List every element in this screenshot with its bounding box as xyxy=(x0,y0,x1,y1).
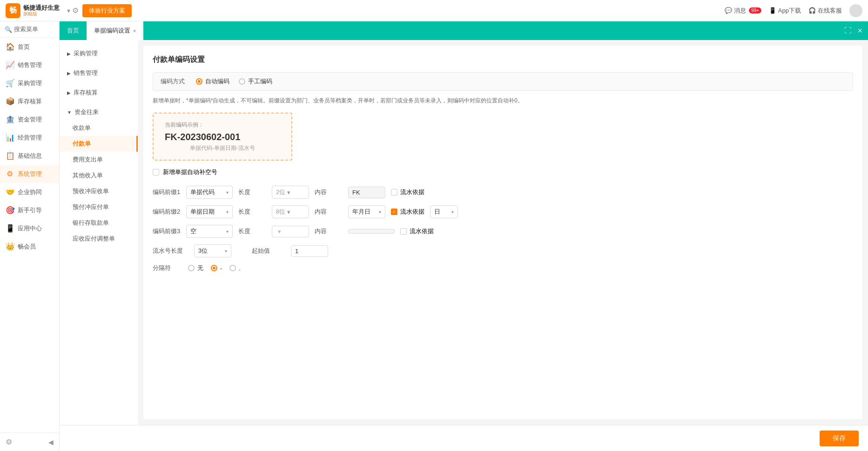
length3-select[interactable]: ▾ xyxy=(272,226,309,237)
download-item[interactable]: 📱 App下载 xyxy=(769,7,801,15)
menu-item-expense[interactable]: 费用支出单 xyxy=(60,152,138,168)
length3-label: 长度 xyxy=(238,227,266,236)
service-icon: 🎧 xyxy=(808,7,816,14)
sidebar-item-inventory[interactable]: 📦 库存核算 xyxy=(0,92,59,110)
length2-select[interactable]: 8位 ▾ xyxy=(272,205,309,218)
sidebar-label-member: 畅会员 xyxy=(18,242,36,251)
menu-item-receipt[interactable]: 收款单 xyxy=(60,120,138,136)
menu-item-bank-label: 银行存取款单 xyxy=(73,219,109,226)
logo-icon: 畅 xyxy=(6,3,20,18)
prefix3-select[interactable]: 空 ▾ xyxy=(186,225,233,238)
serial2-group: ✓ 流水依据 xyxy=(391,208,424,216)
footer-settings-icon[interactable]: ⚙ xyxy=(6,438,12,446)
tab-expand-icon[interactable]: ⛶ xyxy=(842,25,854,37)
menu-item-other-income[interactable]: 其他收入单 xyxy=(60,168,138,183)
enterprise-icon: 🤝 xyxy=(6,188,14,196)
nav-arrow-icon[interactable]: ▾ xyxy=(67,7,70,14)
serial3-checkbox[interactable] xyxy=(400,228,407,235)
arrow-down-icon: ▼ xyxy=(67,110,72,115)
prefix1-select[interactable]: 单据代码 ▾ xyxy=(186,186,233,199)
serial-length-select[interactable]: 3位 ▾ xyxy=(194,244,231,257)
sidebar-item-home[interactable]: 🏠 首页 xyxy=(0,38,59,56)
arrow-right-icon3: ▶ xyxy=(67,90,71,95)
start-value-label: 起始值 xyxy=(252,247,280,255)
user-avatar[interactable] xyxy=(849,4,862,17)
logo-text: 畅捷通好生意 旗舰版 xyxy=(23,4,60,17)
sidebar-item-enterprise[interactable]: 🤝 企业协同 xyxy=(0,183,59,201)
sidebar-label-enterprise: 企业协同 xyxy=(18,188,42,196)
message-item[interactable]: 💬 消息 99+ xyxy=(725,7,761,15)
serial-length-row: 流水号长度 3位 ▾ 起始值 1 xyxy=(153,244,853,257)
topbar: 畅 畅捷通好生意 旗舰版 ▾ ⚙ 体验行业方案 💬 消息 99+ 📱 App下载… xyxy=(0,0,868,21)
length1-select[interactable]: 2位 ▾ xyxy=(272,186,309,199)
sidebar-label-guide: 新手引导 xyxy=(18,206,42,215)
menu-item-bank[interactable]: 银行存取款单 xyxy=(60,215,138,231)
sep-dash-radio[interactable]: - xyxy=(211,265,222,272)
auto-radio-dot xyxy=(196,78,202,85)
start-value-input[interactable]: 1 xyxy=(291,245,328,257)
sidebar-item-member[interactable]: 👑 畅会员 xyxy=(0,237,59,256)
tab-close-icon[interactable]: × xyxy=(133,28,136,34)
length2-arrow-icon: ▾ xyxy=(287,209,290,215)
menu-item-ap-adjust[interactable]: 应收应付调整单 xyxy=(60,231,138,247)
menu-item-ap-adjust-label: 应收应付调整单 xyxy=(73,235,115,242)
auto-radio[interactable]: 自动编码 xyxy=(196,77,229,86)
topbar-nav[interactable]: ▾ ⚙ xyxy=(67,6,79,15)
inventory-icon: 📦 xyxy=(6,97,14,106)
auto-radio-label: 自动编码 xyxy=(205,77,229,86)
left-menu: ▶ 采购管理 ▶ 销售管理 ▶ 库存核算 xyxy=(60,40,138,425)
prefix2-arrow-icon: ▾ xyxy=(226,209,229,215)
tab-home[interactable]: 首页 xyxy=(60,21,87,40)
prefix2-label: 编码前缀2 xyxy=(153,208,181,216)
tab-close-all-icon[interactable]: × xyxy=(855,24,864,38)
sidebar-label-inventory: 库存核算 xyxy=(18,97,42,106)
menu-header-capital[interactable]: ▼ 资金往来 xyxy=(60,104,138,120)
prefix2-select[interactable]: 单据日期 ▾ xyxy=(186,205,233,218)
auto-fill-checkbox[interactable] xyxy=(153,169,159,175)
app-logo: 畅 畅捷通好生意 旗舰版 xyxy=(6,3,60,18)
menu-header-sales[interactable]: ▶ 销售管理 xyxy=(60,65,138,81)
menu-header-inventory[interactable]: ▶ 库存核算 xyxy=(60,85,138,101)
sidebar-search[interactable]: 🔍 搜索菜单 xyxy=(0,21,59,38)
service-item[interactable]: 🎧 在线客服 xyxy=(808,7,842,15)
sidebar-item-sales[interactable]: 📈 销售管理 xyxy=(0,56,59,74)
serial-length-value: 3位 xyxy=(198,247,208,255)
sidebar-label-sales: 销售管理 xyxy=(18,61,42,69)
footer-collapse-icon[interactable]: ◀ xyxy=(48,438,54,446)
serial3-label: 流水依据 xyxy=(410,227,434,236)
length1-label: 长度 xyxy=(238,188,266,196)
serial1-checkbox[interactable] xyxy=(391,189,397,195)
sidebar-item-capital[interactable]: 🏦 资金管理 xyxy=(0,110,59,128)
inner-layout: ▶ 采购管理 ▶ 销售管理 ▶ 库存核算 xyxy=(60,40,868,425)
sidebar-item-system[interactable]: ⚙ 系统管理 xyxy=(0,165,59,183)
manual-radio[interactable]: 手工编码 xyxy=(239,77,272,86)
menu-item-expense-label: 费用支出单 xyxy=(73,156,103,163)
sep-dash-label: - xyxy=(220,265,222,272)
sidebar-label-home: 首页 xyxy=(18,43,30,51)
logo-sub: 旗舰版 xyxy=(23,11,60,17)
sidebar-item-purchase[interactable]: 🛒 采购管理 xyxy=(0,74,59,92)
sep-none-radio[interactable]: 无 xyxy=(188,264,203,272)
sep-dot-radio[interactable]: . xyxy=(229,265,241,272)
serial2-checkbox[interactable]: ✓ xyxy=(391,209,397,215)
sidebar-item-apps[interactable]: 📱 应用中心 xyxy=(0,219,59,237)
serial2-unit-select[interactable]: 日 ▾ xyxy=(430,205,458,218)
trial-button[interactable]: 体验行业方案 xyxy=(82,4,132,17)
prefix2-row: 编码前缀2 单据日期 ▾ 长度 8位 ▾ 内容 年月日 ▾ xyxy=(153,205,853,218)
menu-item-prepay-recv[interactable]: 预收冲应收单 xyxy=(60,183,138,199)
settings-icon[interactable]: ⚙ xyxy=(72,6,79,15)
content2-arrow-icon: ▾ xyxy=(379,209,381,215)
save-button[interactable]: 保存 xyxy=(820,431,859,446)
sidebar-label-system: 系统管理 xyxy=(18,170,42,178)
sidebar-item-operation[interactable]: 📊 经营管理 xyxy=(0,128,59,147)
menu-item-prepay-pay[interactable]: 预付冲应付单 xyxy=(60,199,138,215)
menu-header-purchase[interactable]: ▶ 采购管理 xyxy=(60,46,138,61)
serial1-label: 流水依据 xyxy=(400,188,424,196)
sidebar-item-basic[interactable]: 📋 基础信息 xyxy=(0,147,59,165)
content2-select[interactable]: 年月日 ▾ xyxy=(348,205,385,218)
tab-serial-settings[interactable]: 单据编码设置 × xyxy=(87,21,143,40)
sidebar-item-guide[interactable]: 🎯 新手引导 xyxy=(0,201,59,219)
prefix1-label: 编码前缀1 xyxy=(153,188,181,196)
sidebar-label-purchase: 采购管理 xyxy=(18,79,42,88)
menu-item-payment[interactable]: 付款单 xyxy=(60,136,138,152)
